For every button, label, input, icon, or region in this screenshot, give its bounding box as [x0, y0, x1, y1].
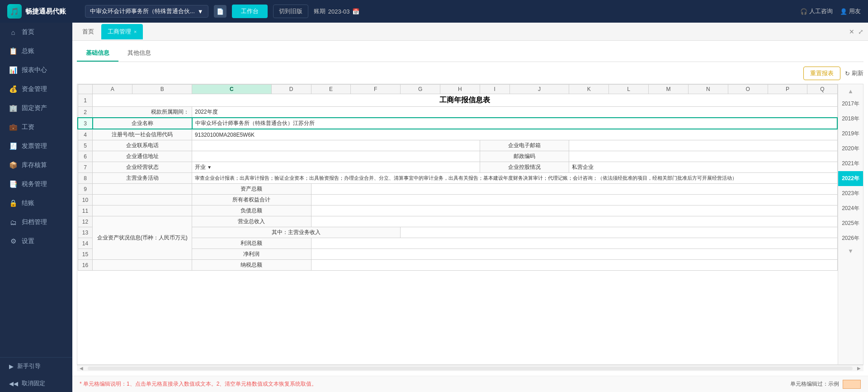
- old-version-button[interactable]: 切到旧版: [273, 5, 308, 18]
- sidebar-item-ledger[interactable]: 📋 总账: [0, 42, 72, 61]
- biz-status-value[interactable]: 开业 ▼: [192, 162, 480, 173]
- sidebar-item-label: 设置: [22, 237, 34, 245]
- address-value[interactable]: [192, 151, 480, 162]
- company-selector[interactable]: 中审众环会计师事务所（特殊普通合伙... ▼: [85, 5, 208, 18]
- sidebar-item-report[interactable]: 📊 报表中心: [0, 61, 72, 80]
- sidebar-item-inventory[interactable]: 📦 库存核算: [0, 156, 72, 175]
- sidebar-item-settings[interactable]: ⚙ 设置: [0, 232, 72, 251]
- row-num-2: 2: [78, 107, 93, 118]
- main-revenue-value[interactable]: [401, 227, 837, 238]
- h-scroll-left-button[interactable]: ◀: [77, 366, 86, 371]
- unpin-label: 取消固定: [22, 379, 45, 387]
- phone-value[interactable]: [192, 140, 480, 151]
- row-num-5: 5: [78, 140, 93, 151]
- main-biz-value[interactable]: 审查企业会计报表；出具审计报告；验证企业资本；出具验资报告；办理企业合并、分立、…: [192, 173, 837, 184]
- status-dropdown-icon[interactable]: ▼: [207, 165, 212, 170]
- refresh-button[interactable]: ↻ 刷新: [845, 69, 863, 77]
- sidebar-item-wage[interactable]: 💼 工资: [0, 118, 72, 137]
- logo-text: 畅捷通易代账: [25, 7, 66, 16]
- col-header-n[interactable]: N: [688, 85, 728, 94]
- col-header-g[interactable]: G: [401, 85, 440, 94]
- user-item[interactable]: 👤 用友: [840, 7, 861, 15]
- col-header-b[interactable]: B: [132, 85, 192, 94]
- tab-close-button[interactable]: ×: [134, 29, 137, 34]
- doc-icon-button[interactable]: 📄: [214, 5, 226, 18]
- sub-tab-other[interactable]: 其他信息: [118, 45, 160, 62]
- col-header-k[interactable]: K: [569, 85, 609, 94]
- tab-active-label: 工商管理: [108, 28, 131, 36]
- postal-value[interactable]: [569, 151, 837, 162]
- close-window-button[interactable]: ✕: [849, 28, 854, 35]
- table-row: 14 利润总额: [78, 238, 837, 249]
- period-value-cell[interactable]: 2022年度: [192, 107, 837, 118]
- year-item-2018[interactable]: 2018年: [838, 111, 863, 126]
- expand-window-button[interactable]: ⤢: [858, 28, 863, 35]
- sidebar-item-label: 税务管理: [22, 180, 47, 188]
- col-header-p[interactable]: P: [768, 85, 807, 94]
- h-scroll-track[interactable]: [88, 367, 853, 370]
- year-item-2019[interactable]: 2019年: [838, 126, 863, 141]
- sub-tab-other-label: 其他信息: [127, 49, 151, 56]
- year-item-2021[interactable]: 2021年: [838, 156, 863, 171]
- tab-home[interactable]: 首页: [77, 24, 99, 39]
- total-tax-value[interactable]: [311, 260, 837, 271]
- equity-value[interactable]: [311, 195, 837, 206]
- year-item-2025[interactable]: 2025年: [838, 216, 863, 231]
- email-value[interactable]: [569, 140, 837, 151]
- header-right: 🎧 人工咨询 👤 用友: [800, 7, 861, 15]
- revenue-value[interactable]: [311, 216, 837, 227]
- col-header-d[interactable]: D: [271, 85, 311, 94]
- sidebar-item-unpin[interactable]: ◀◀ 取消固定: [0, 375, 72, 392]
- col-header-f[interactable]: F: [351, 85, 401, 94]
- spreadsheet-main[interactable]: A B C D E F G H I J K L: [77, 84, 838, 364]
- sidebar-item-fund[interactable]: 💰 资金管理: [0, 80, 72, 99]
- col-header-c[interactable]: C: [192, 85, 272, 94]
- workspace-button[interactable]: 工作台: [232, 5, 268, 18]
- spreadsheet-wrapper: A B C D E F G H I J K L: [77, 84, 863, 365]
- row-num-10: 10: [78, 195, 93, 206]
- year-item-2022[interactable]: 2022年: [838, 171, 863, 186]
- profit-value[interactable]: [311, 238, 837, 249]
- sub-tabs: 基础信息 其他信息: [77, 45, 863, 62]
- holding-value[interactable]: 私营企业: [569, 162, 837, 173]
- table-row: 13 其中：主营业务收入: [78, 227, 837, 238]
- col-header-a[interactable]: A: [93, 85, 132, 94]
- net-profit-value[interactable]: [311, 249, 837, 260]
- col-header-l[interactable]: L: [609, 85, 649, 94]
- sidebar-item-invoice[interactable]: 🧾 发票管理: [0, 137, 72, 156]
- sidebar-bottom: ▶ 新手引导 ◀◀ 取消固定: [0, 357, 72, 392]
- sidebar-item-newbie[interactable]: ▶ 新手引导: [0, 358, 72, 375]
- reset-report-button[interactable]: 重置报表: [803, 67, 840, 80]
- col-header-i[interactable]: I: [480, 85, 509, 94]
- col-header-o[interactable]: O: [728, 85, 768, 94]
- col-header-m[interactable]: M: [649, 85, 689, 94]
- table-row: 9 资产总额: [78, 184, 837, 195]
- year-item-2024[interactable]: 2024年: [838, 201, 863, 216]
- sidebar-item-home[interactable]: ⌂ 首页: [0, 23, 72, 42]
- col-header-q[interactable]: Q: [807, 85, 837, 94]
- sub-tab-basic[interactable]: 基础信息: [77, 45, 118, 62]
- col-header-e[interactable]: E: [311, 85, 351, 94]
- tab-active-commerce[interactable]: 工商管理 ×: [101, 24, 143, 39]
- col-header-j[interactable]: J: [509, 85, 569, 94]
- support-item[interactable]: 🎧 人工咨询: [800, 7, 833, 15]
- col-header-h[interactable]: H: [440, 85, 480, 94]
- year-item-2017[interactable]: 2017年: [838, 96, 863, 111]
- sidebar-item-closing[interactable]: 🔒 结账: [0, 194, 72, 213]
- year-item-2023[interactable]: 2023年: [838, 186, 863, 201]
- year-item-2020[interactable]: 2020年: [838, 141, 863, 156]
- liab-value[interactable]: [311, 206, 837, 216]
- h-scroll-right-button[interactable]: ▶: [854, 366, 863, 371]
- year-panel-up-arrow[interactable]: ▲: [838, 86, 863, 96]
- sidebar-item-tax[interactable]: 📑 税务管理: [0, 175, 72, 194]
- calendar-icon[interactable]: 📅: [352, 8, 359, 15]
- sidebar-item-asset[interactable]: 🏢 固定资产: [0, 99, 72, 118]
- assets-value[interactable]: [311, 184, 837, 195]
- row-num-6: 6: [78, 151, 93, 162]
- sidebar-item-archive[interactable]: 🗂 归档管理: [0, 213, 72, 232]
- reg-value[interactable]: 91320100MA208E5W6K: [192, 129, 837, 140]
- year-item-2026[interactable]: 2026年: [838, 231, 863, 246]
- company-name-text: 中审众环会计师事务所（特殊普通合伙...: [90, 7, 195, 15]
- company-name-value[interactable]: 中审众环会计师事务所（特殊普通合伙）江苏分所: [192, 118, 837, 129]
- year-panel-down-arrow[interactable]: ▼: [838, 246, 863, 256]
